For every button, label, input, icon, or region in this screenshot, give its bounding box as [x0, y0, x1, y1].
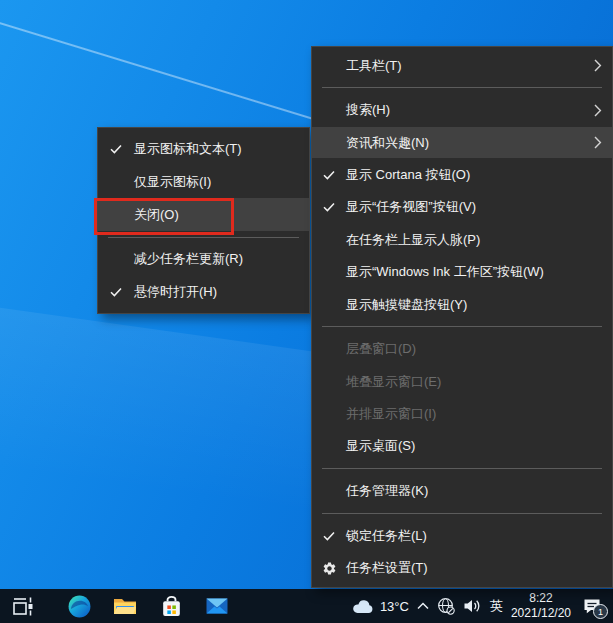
taskbar-app-file-explorer[interactable]: [102, 589, 148, 623]
menu-separator: [108, 237, 299, 238]
menu-item-label: 显示“Windows Ink 工作区”按钮(W): [346, 263, 606, 281]
network-status-button[interactable]: [437, 597, 455, 615]
menu-item-show-touch-keyboard-button[interactable]: 显示触摸键盘按钮(Y): [312, 289, 612, 320]
menu-item-task-manager[interactable]: 任务管理器(K): [312, 476, 612, 507]
globe-no-internet-icon: [437, 597, 455, 615]
menu-item-label: 显示 Cortana 按钮(O): [346, 166, 606, 184]
submenu-item-show-icon-and-text[interactable]: 显示图标和文本(T): [98, 132, 309, 165]
annotation-highlight-box: [94, 198, 234, 235]
checkmark-icon: [98, 287, 134, 297]
file-explorer-icon: [112, 593, 138, 619]
checkmark-icon: [312, 202, 346, 212]
taskbar-app-mail[interactable]: [194, 589, 240, 623]
menu-item-taskbar-settings[interactable]: 任务栏设置(T): [312, 553, 612, 584]
input-method-indicator[interactable]: 英: [490, 597, 503, 615]
menu-separator: [322, 87, 602, 88]
menu-item-show-task-view-button[interactable]: 显示“任务视图”按钮(V): [312, 192, 612, 223]
menu-item-label: 资讯和兴趣(N): [346, 134, 594, 152]
checkmark-icon: [312, 170, 346, 180]
taskbar-context-menu: 工具栏(T) 搜索(H) 资讯和兴趣(N) 显示 Cortana 按钮(O): [311, 46, 613, 588]
menu-item-search[interactable]: 搜索(H): [312, 95, 612, 126]
submenu-item-open-on-hover[interactable]: 悬停时打开(H): [98, 276, 309, 309]
submenu-item-icon-only[interactable]: 仅显示图标(I): [98, 165, 309, 198]
taskbar: 13°C: [0, 589, 613, 623]
menu-item-cascade-windows: 层叠窗口(D): [312, 334, 612, 365]
menu-item-lock-taskbar[interactable]: 锁定任务栏(L): [312, 520, 612, 551]
menu-item-toolbars[interactable]: 工具栏(T): [312, 50, 612, 81]
speaker-icon: [463, 598, 482, 614]
submenu-item-reduce-taskbar-updates[interactable]: 减少任务栏更新(R): [98, 243, 309, 276]
menu-item-show-windows-ink-workspace-button[interactable]: 显示“Windows Ink 工作区”按钮(W): [312, 257, 612, 288]
task-view-icon: [11, 595, 34, 618]
system-tray: 13°C: [351, 589, 613, 623]
menu-item-label: 层叠窗口(D): [346, 340, 606, 358]
volume-button[interactable]: [463, 598, 482, 614]
taskbar-clock[interactable]: 8:22 2021/12/20: [511, 591, 571, 621]
submenu-item-label: 悬停时打开(H): [134, 283, 303, 301]
checkmark-icon: [98, 144, 134, 154]
menu-separator: [322, 468, 602, 469]
submenu-item-label: 减少任务栏更新(R): [134, 250, 303, 268]
chevron-right-icon: [594, 136, 602, 149]
menu-item-show-windows-side-by-side: 并排显示窗口(I): [312, 399, 612, 430]
edge-icon: [67, 594, 92, 619]
chevron-up-icon: [417, 602, 429, 610]
menu-item-show-windows-stacked: 堆叠显示窗口(E): [312, 366, 612, 397]
menu-item-label: 任务栏设置(T): [346, 559, 606, 577]
notification-center-button[interactable]: 1: [579, 593, 605, 619]
microsoft-store-icon: [159, 594, 184, 619]
menu-item-label: 在任务栏上显示人脉(P): [346, 231, 606, 249]
menu-item-show-desktop[interactable]: 显示桌面(S): [312, 431, 612, 462]
menu-item-label: 显示“任务视图”按钮(V): [346, 198, 606, 216]
time-label: 8:22: [529, 591, 552, 606]
menu-item-label: 搜索(H): [346, 101, 594, 119]
menu-item-label: 任务管理器(K): [346, 482, 606, 500]
chevron-right-icon: [594, 59, 602, 72]
menu-separator: [322, 326, 602, 327]
cloud-icon: [351, 598, 375, 614]
menu-item-label: 锁定任务栏(L): [346, 527, 606, 545]
menu-item-news-and-interests[interactable]: 资讯和兴趣(N): [312, 127, 612, 158]
menu-item-label: 堆叠显示窗口(E): [346, 373, 606, 391]
menu-item-label: 工具栏(T): [346, 57, 594, 75]
menu-item-show-people-on-taskbar[interactable]: 在任务栏上显示人脉(P): [312, 224, 612, 255]
gear-icon: [312, 561, 346, 576]
submenu-item-label: 显示图标和文本(T): [134, 140, 303, 158]
temperature-label: 13°C: [380, 599, 409, 614]
menu-item-label: 并排显示窗口(I): [346, 405, 606, 423]
submenu-item-label: 仅显示图标(I): [134, 173, 303, 191]
menu-item-label: 显示桌面(S): [346, 437, 606, 455]
date-label: 2021/12/20: [511, 606, 571, 621]
chevron-right-icon: [594, 104, 602, 117]
show-hidden-icons-button[interactable]: [417, 602, 429, 610]
menu-item-label: 显示触摸键盘按钮(Y): [346, 296, 606, 314]
weather-widget[interactable]: 13°C: [351, 598, 409, 614]
taskbar-app-store[interactable]: [148, 589, 194, 623]
checkmark-icon: [312, 531, 346, 541]
menu-separator: [322, 513, 602, 514]
taskbar-app-edge[interactable]: [56, 589, 102, 623]
task-view-button[interactable]: [0, 589, 44, 623]
desktop: 显示图标和文本(T) 仅显示图标(I) 关闭(O) 减少任务栏更新(R) 悬停时…: [0, 0, 613, 623]
notification-count-badge: 1: [593, 604, 608, 619]
mail-icon: [204, 593, 230, 619]
menu-item-show-cortana-button[interactable]: 显示 Cortana 按钮(O): [312, 160, 612, 191]
